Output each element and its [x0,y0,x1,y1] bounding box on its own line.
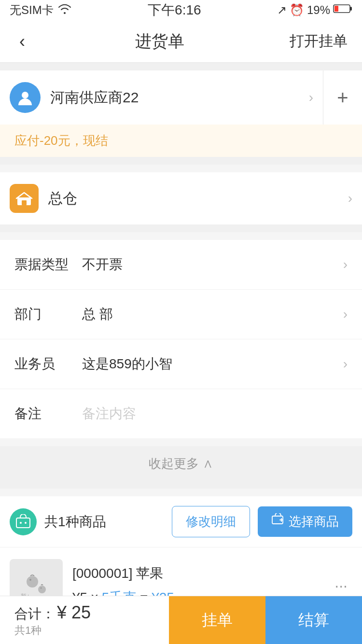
product-count: 共1种商品 [44,513,172,531]
back-button[interactable]: ‹ [14,27,30,56]
warehouse-name: 总仓 [48,189,343,209]
gap1 [0,63,362,70]
invoice-label: 票据类型 [14,255,72,274]
select-product-icon [271,513,285,530]
invoice-type-row[interactable]: 票据类型 不开票 › [0,240,362,290]
invoice-value: 不开票 [72,255,338,274]
svg-point-13 [29,579,31,581]
status-right: ↗ ⏰ 19% [277,3,352,17]
remark-placeholder: 备注内容 [72,405,348,423]
battery-icon [333,3,352,17]
department-row[interactable]: 部门 总 部 › [0,290,362,339]
status-time: 下午6:16 [148,1,201,19]
form-section: 票据类型 不开票 › 部门 总 部 › 业务员 这是859的小智 › 备注 备注… [0,240,362,438]
alarm-icon: ⏰ [290,3,304,17]
warehouse-section[interactable]: 总仓 › [0,172,362,224]
total-sub: 共1种 [14,623,154,638]
supplier-section: 河南供应商22 › + [0,70,362,125]
wifi-icon [57,3,72,17]
status-left: 无SIM卡 [10,2,72,18]
salesperson-row[interactable]: 业务员 这是859的小智 › [0,339,362,389]
svg-point-3 [22,92,28,98]
product-code: [0000001] [72,566,136,581]
remark-label: 备注 [14,405,72,423]
settle-button[interactable]: 结算 [265,596,362,644]
bottom-bar: 合计： ¥ 25 共1种 挂单 结算 [0,596,362,644]
gap4 [0,481,362,489]
svg-rect-1 [350,7,352,11]
svg-point-8 [25,522,27,524]
product-title: 苹果 [136,566,163,581]
total-label: 合计： [14,605,55,623]
product-name: [0000001] 苹果 [72,564,330,583]
nav-bar: ‹ 进货单 打开挂单 [0,20,362,63]
select-product-button[interactable]: 选择商品 [258,506,352,537]
total-section: 合计： ¥ 25 共1种 [0,596,169,644]
svg-rect-6 [16,518,30,528]
invoice-chevron-icon: › [343,257,348,272]
chevron-right-icon: › [309,90,313,105]
battery-level: 19% [307,3,330,17]
supplier-selector[interactable]: 河南供应商22 › [0,70,323,125]
warehouse-icon [10,184,39,213]
svg-point-14 [38,586,46,593]
edit-detail-button[interactable]: 修改明细 [172,506,250,537]
svg-rect-2 [334,6,338,12]
notice-text: 应付-20元，现结 [14,133,108,148]
add-button[interactable]: + [323,70,362,125]
svg-point-7 [20,522,22,524]
salesperson-value: 这是859的小智 [72,355,338,373]
select-product-label: 选择商品 [289,513,339,530]
status-bar: 无SIM卡 下午6:16 ↗ ⏰ 19% [0,0,362,20]
department-chevron-icon: › [343,307,348,322]
open-hang-button[interactable]: 打开挂单 [290,31,348,51]
svg-rect-5 [22,200,27,205]
svg-point-15 [41,588,42,589]
warehouse-chevron-icon: › [348,191,352,206]
remark-row[interactable]: 备注 备注内容 [0,389,362,438]
salesperson-chevron-icon: › [343,356,348,372]
department-label: 部门 [14,305,72,323]
salesperson-label: 业务员 [14,355,72,373]
gap2 [0,157,362,165]
supplier-avatar [10,82,41,113]
product-header: 共1种商品 修改明细 选择商品 [0,496,362,547]
svg-point-12 [27,576,38,588]
sim-status: 无SIM卡 [10,2,54,18]
more-options-button[interactable]: ··· [330,572,352,600]
collapse-label: 收起更多 ∧ [149,455,213,472]
supplier-name: 河南供应商22 [50,88,304,108]
collapse-bar[interactable]: 收起更多 ∧ [0,446,362,481]
location-icon: ↗ [277,3,287,17]
notice-bar: 应付-20元，现结 [0,125,362,157]
total-amount: ¥ 25 [57,602,91,623]
page-title: 进货单 [135,30,184,53]
department-value: 总 部 [72,305,338,323]
gap3 [0,224,362,232]
product-section-icon [10,508,37,535]
hang-button[interactable]: 挂单 [169,596,265,644]
